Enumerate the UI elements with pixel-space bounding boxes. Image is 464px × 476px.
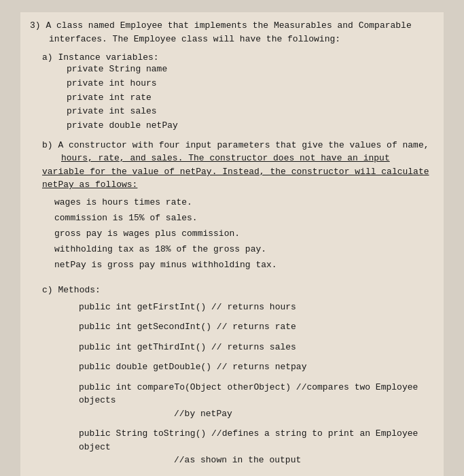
instance-variables: private String name private int hours pr… bbox=[67, 63, 434, 133]
title-a: Instance variables: bbox=[58, 52, 158, 63]
section-desc-line1: A class named Employee that implements t… bbox=[46, 20, 411, 31]
var-4: private int sales bbox=[67, 105, 434, 119]
label-a: a) bbox=[42, 52, 53, 63]
section-number: 3) bbox=[30, 20, 41, 31]
section-desc-line2: interfaces. The Employee class will have… bbox=[49, 34, 340, 44]
var-3: private int rate bbox=[67, 91, 434, 105]
label-b: b) bbox=[42, 140, 53, 150]
section-header: 3) A class named Employee that implement… bbox=[30, 19, 434, 46]
calc-4: withholding tax as 18% of the gross pay. bbox=[54, 244, 434, 254]
subsection-a: a) Instance variables: private String na… bbox=[42, 52, 434, 133]
method-5: public int compareTo(Object otherObject)… bbox=[79, 381, 434, 421]
method-1: public int getFirstInt() // returns hour… bbox=[79, 301, 434, 314]
var-2: private int hours bbox=[67, 77, 434, 91]
calc-2: commission is 15% of sales. bbox=[54, 213, 434, 223]
title-c: Methods: bbox=[58, 285, 100, 295]
calc-3: gross pay is wages plus commission. bbox=[54, 228, 434, 239]
method-6: public String toString() //defines a str… bbox=[79, 427, 434, 467]
label-c: c) bbox=[42, 285, 53, 295]
var-1: private String name bbox=[67, 63, 434, 77]
main-content: 3) A class named Employee that implement… bbox=[20, 12, 444, 476]
b-intro-underlined: hours, rate, and sales. The constructor … bbox=[42, 153, 429, 190]
method-2: public int getSecondInt() // returns rat… bbox=[79, 320, 434, 334]
c-header: c) Methods: bbox=[42, 285, 434, 295]
methods-list: public int getFirstInt() // returns hour… bbox=[54, 301, 434, 467]
method-3: public int getThirdInt() // returns sale… bbox=[79, 341, 434, 354]
method-4: public double getDouble() // returns net… bbox=[79, 360, 434, 374]
calc-1: wages is hours times rate. bbox=[54, 197, 434, 207]
var-5: private double netPay bbox=[67, 119, 434, 133]
subsection-c: c) Methods: public int getFirstInt() // … bbox=[42, 285, 434, 467]
subsection-b: b) A constructor with four input paramet… bbox=[42, 139, 434, 270]
b-intro-normal: A constructor with four input parameters… bbox=[58, 140, 429, 150]
b-intro: b) A constructor with four input paramet… bbox=[42, 139, 434, 192]
b-calculations: wages is hours times rate. commission is… bbox=[54, 197, 434, 270]
calc-5: netPay is gross pay minus withholding ta… bbox=[54, 260, 434, 270]
